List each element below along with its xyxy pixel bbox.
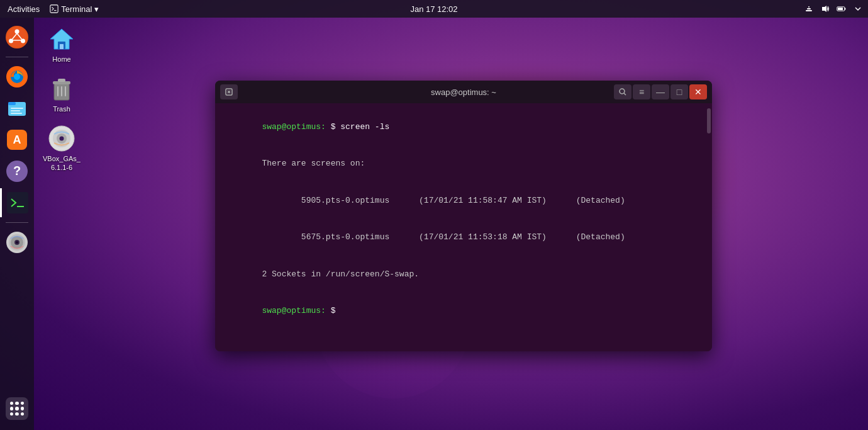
files-icon: [5, 96, 29, 120]
dock-item-ubuntu[interactable]: [1, 23, 33, 52]
home-icon-img: [48, 25, 75, 53]
terminal-menu-arrow: ▾: [94, 4, 99, 14]
terminal-line-6: swap@optimus: $: [223, 293, 704, 330]
svg-rect-4: [808, 6, 810, 8]
volume-icon[interactable]: [820, 4, 830, 14]
trash-icon-label: Trash: [53, 105, 70, 113]
svg-text:?: ?: [13, 164, 21, 178]
dock-show-apps-area: [1, 395, 33, 422]
terminal-line-1: swap@optimus: $ screen -ls: [223, 108, 704, 145]
ubuntu-icon: [5, 25, 29, 49]
vbox-icon-label: VBox_GAs_6.1.1-6: [42, 155, 82, 171]
svg-rect-8: [838, 8, 843, 10]
svg-line-49: [624, 93, 626, 95]
terminal-left-controls: [220, 84, 238, 99]
terminal-menu-button[interactable]: ≡: [633, 84, 650, 99]
activities-button[interactable]: Activities: [5, 4, 42, 14]
grid-dot-3: [21, 402, 24, 405]
datetime-display: Jan 17 12:02: [410, 4, 457, 14]
terminal-line-4: 5675.pts-0.optimus (17/01/21 11:53:18 AM…: [223, 219, 704, 256]
svg-rect-17: [8, 102, 16, 105]
terminal-menu-icon: ≡: [639, 87, 644, 97]
svg-rect-7: [845, 8, 846, 9]
svg-rect-0: [50, 5, 58, 13]
appcenter-icon: A: [5, 128, 29, 152]
terminal-menu-label: Terminal: [61, 4, 92, 14]
desktop-icon-vbox[interactable]: VBox_GAs_6.1.1-6: [39, 122, 84, 174]
svg-rect-34: [60, 44, 64, 49]
output-line-4: 5675.pts-0.optimus (17/01/21 11:53:18 AM…: [262, 232, 625, 242]
svg-rect-18: [11, 108, 23, 109]
top-bar: Activities Terminal ▾ Jan 17 12:02: [0, 0, 868, 18]
vbox-icon-img: [48, 125, 75, 152]
grid-dot-4: [10, 407, 13, 410]
terminal-title: swap@optimus: ~: [431, 88, 496, 97]
battery-icon[interactable]: [837, 4, 847, 14]
prompt-1-host: swap@optimus:: [262, 122, 325, 132]
grid-dot-7: [10, 412, 13, 416]
prompt-2-host: swap@optimus:: [262, 306, 325, 315]
terminal-right-controls: ≡ — □ ✕: [614, 84, 707, 99]
home-icon-label: Home: [52, 55, 70, 64]
svg-point-48: [620, 89, 625, 94]
svg-rect-25: [7, 192, 28, 213]
terminal-close-button[interactable]: ✕: [689, 84, 707, 99]
svg-rect-20: [11, 113, 22, 114]
terminal-line-3: 5905.pts-0.optimus (17/01/21 11:58:47 AM…: [223, 182, 704, 219]
terminal-scrollbar[interactable]: [707, 108, 711, 133]
grid-dot-9: [21, 412, 24, 416]
grid-dot-1: [10, 402, 13, 405]
help-icon: ?: [5, 159, 29, 183]
output-line-2: There are screens on:: [262, 159, 365, 168]
prompt-1-cmd: $ screen -ls: [326, 122, 389, 132]
terminal-body[interactable]: swap@optimus: $ screen -ls There are scr…: [215, 103, 712, 351]
terminal-minimize-button[interactable]: —: [652, 84, 669, 99]
svg-point-44: [60, 137, 64, 141]
output-line-3: 5905.pts-0.optimus (17/01/21 11:58:47 AM…: [262, 196, 625, 205]
svg-rect-3: [807, 8, 811, 9]
dock-divider-bottom: [6, 222, 28, 223]
svg-point-15: [14, 74, 20, 80]
terminal-window: swap@optimus: ~ ≡ — □: [215, 81, 712, 351]
svg-point-31: [16, 241, 18, 244]
svg-rect-38: [57, 86, 58, 96]
dock-item-files[interactable]: [1, 94, 33, 123]
terminal-titlebar: swap@optimus: ~ ≡ — □: [215, 81, 712, 103]
trash-icon-img: [48, 75, 75, 103]
terminal-menu[interactable]: Terminal ▾: [50, 4, 99, 14]
network-icon[interactable]: [804, 4, 814, 14]
terminal-title-text: swap@optimus: ~: [431, 88, 496, 97]
prompt-2-cmd: $: [326, 306, 340, 315]
dock-item-firefox[interactable]: [1, 62, 33, 91]
svg-text:A: A: [13, 133, 21, 146]
dock-item-terminal[interactable]: [0, 188, 31, 217]
terminal-pin-button[interactable]: [220, 84, 238, 99]
dock-item-dvd[interactable]: [1, 228, 33, 257]
svg-rect-19: [11, 110, 20, 111]
desktop-icon-home[interactable]: Home: [39, 23, 84, 66]
firefox-icon: [5, 65, 29, 89]
terminal-maximize-icon: □: [677, 87, 682, 97]
terminal-close-icon: ✕: [694, 87, 702, 97]
grid-dot-2: [15, 402, 18, 405]
svg-marker-5: [822, 6, 826, 12]
svg-rect-39: [61, 86, 62, 96]
terminal-search-button[interactable]: [614, 84, 632, 99]
system-menu-button[interactable]: [853, 4, 863, 14]
show-apps-grid: [6, 397, 28, 420]
terminal-maximize-button[interactable]: □: [670, 84, 688, 99]
desktop-icons-area: Home Trash: [39, 23, 84, 174]
grid-dot-8: [15, 412, 18, 416]
dock-item-help[interactable]: ?: [1, 157, 33, 186]
desktop: Activities Terminal ▾ Jan 17 12:02: [0, 0, 868, 430]
output-line-5: 2 Sockets in /run/screen/S-swap.: [262, 269, 419, 279]
dock-show-apps-button[interactable]: [1, 395, 33, 422]
desktop-icon-trash[interactable]: Trash: [39, 72, 84, 116]
terminal-dock-icon: [6, 191, 30, 215]
svg-rect-40: [65, 86, 66, 96]
dock: A ?: [0, 18, 34, 430]
grid-dot-5: [15, 407, 18, 410]
terminal-minimize-icon: —: [656, 87, 665, 97]
dock-item-appcenter[interactable]: A: [1, 125, 33, 154]
dock-divider-top: [6, 57, 28, 57]
